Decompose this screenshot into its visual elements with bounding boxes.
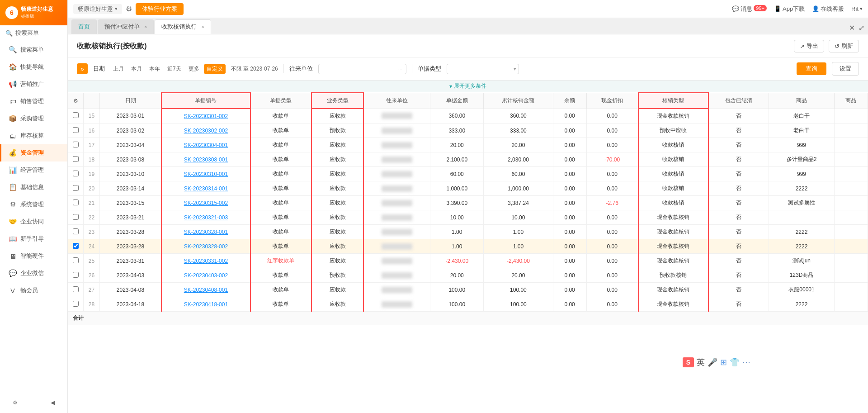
col-gear[interactable]: ⚙ (68, 93, 84, 109)
cell-checkbox[interactable] (68, 152, 84, 167)
cell-checkbox[interactable] (68, 225, 84, 239)
voucher-link[interactable]: SK-20230310-001 (184, 171, 228, 177)
sidebar-item-enterprise[interactable]: 🤝企业协同 (0, 213, 67, 230)
collection-tab-close[interactable]: × (201, 24, 204, 29)
sidebar-item-purchase[interactable]: 📦采购管理 (0, 110, 67, 127)
tab-pending[interactable]: 预付冲应付单 × (98, 19, 154, 34)
breadcrumb[interactable]: 畅康道好生意 ▾ (73, 4, 122, 14)
table-row[interactable]: 21 2023-03-15 SK-20230315-002 收款单 应收款 ██… (68, 196, 868, 210)
filter-toggle-btn[interactable]: » (77, 63, 88, 74)
close-icon[interactable]: ✕ (849, 24, 855, 32)
cell-checkbox[interactable] (68, 210, 84, 225)
cell-checkbox[interactable] (68, 196, 84, 210)
this-year-btn[interactable]: 本年 (146, 64, 163, 74)
voucher-link[interactable]: SK-20230321-003 (184, 214, 228, 221)
table-row[interactable]: 20 2023-03-14 SK-20230314-001 收款单 应收款 ██… (68, 181, 868, 196)
sidebar-item-quicknav[interactable]: 🏠快捷导航 (0, 58, 67, 76)
sidebar-item-operation[interactable]: 📊经营管理 (0, 161, 67, 179)
cell-checkbox[interactable] (68, 167, 84, 181)
user-info[interactable]: Rit ▾ (851, 5, 863, 12)
table-row[interactable]: 23 2023-03-28 SK-20230328-001 收款单 应收款 ██… (68, 225, 868, 239)
table-row[interactable]: 24 2023-03-28 SK-20230328-002 收款单 应收款 ██… (68, 239, 868, 254)
sidebar-item-finance[interactable]: 💰资金管理 (0, 144, 67, 161)
row-checkbox[interactable] (73, 228, 79, 234)
pending-tab-close[interactable]: × (144, 24, 147, 29)
message-btn[interactable]: 💬 消息 99+ (732, 5, 767, 13)
sidebar-item-basic[interactable]: 📋基础信息 (0, 179, 67, 196)
counterparty-input-wrap[interactable]: ··· (318, 64, 406, 74)
tab-collection[interactable]: 收款核销执行 × (155, 19, 211, 34)
cell-checkbox[interactable] (68, 283, 84, 297)
cell-checkbox[interactable] (68, 109, 84, 123)
table-row[interactable]: 19 2023-03-10 SK-20230310-001 收款单 应收款 ██… (68, 167, 868, 181)
table-row[interactable]: 25 2023-03-31 SK-20230331-002 红字收款单 应收款 … (68, 254, 868, 268)
refresh-btn[interactable]: ↺ 刷新 (829, 40, 859, 52)
row-checkbox[interactable] (73, 272, 79, 278)
row-checkbox[interactable] (73, 127, 79, 133)
voucher-link[interactable]: SK-20230328-001 (184, 229, 228, 235)
industry-solution-btn[interactable]: 体验行业方案 (136, 3, 184, 15)
row-checkbox[interactable] (73, 243, 79, 249)
voucher-link[interactable]: SK-20230304-001 (184, 142, 228, 148)
sidebar-item-inventory[interactable]: 🗂库存核算 (0, 127, 67, 144)
counterparty-input[interactable] (322, 66, 398, 72)
sidebar-item-guide[interactable]: 📖新手引导 (0, 230, 67, 247)
voucher-link[interactable]: SK-20230314-001 (184, 185, 228, 192)
table-row[interactable]: 27 2023-04-08 SK-20230408-001 收款单 应收款 ██… (68, 283, 868, 297)
last-month-btn[interactable]: 上月 (110, 64, 127, 74)
tab-home[interactable]: 首页 (71, 19, 97, 34)
row-checkbox[interactable] (73, 185, 79, 191)
table-row[interactable]: 28 2023-04-18 SK-20230418-001 收款单 应收款 ██… (68, 297, 868, 312)
cell-checkbox[interactable] (68, 297, 84, 312)
voucher-type-select[interactable] (447, 64, 519, 74)
sidebar-item-marketing[interactable]: 📢营销推广 (0, 76, 67, 93)
voucher-link[interactable]: SK-20230408-001 (184, 287, 228, 293)
app-download-btn[interactable]: 📱 App下载 (774, 5, 805, 13)
table-row[interactable]: 17 2023-03-04 SK-20230304-001 收款单 应收款 ██… (68, 138, 868, 152)
export-btn[interactable]: ↗ 导出 (794, 40, 824, 52)
last-7-days-btn[interactable]: 近7天 (165, 64, 184, 74)
maximize-icon[interactable]: ⤢ (859, 24, 864, 32)
settings-btn[interactable]: 设置 (832, 62, 859, 76)
voucher-link[interactable]: SK-20230308-001 (184, 157, 228, 163)
cell-checkbox[interactable] (68, 268, 84, 283)
row-checkbox[interactable] (73, 112, 79, 118)
row-checkbox[interactable] (73, 156, 79, 162)
row-checkbox[interactable] (73, 171, 79, 176)
row-checkbox[interactable] (73, 199, 79, 205)
voucher-link[interactable]: SK-20230315-002 (184, 200, 228, 206)
table-row[interactable]: 15 2023-03-01 SK-20230301-002 收款单 应收款 ██… (68, 109, 868, 123)
query-btn[interactable]: 查询 (797, 62, 826, 75)
custom-date-btn[interactable]: 自定义 (204, 64, 226, 74)
voucher-link[interactable]: SK-20230302-002 (184, 128, 228, 134)
cell-checkbox[interactable] (68, 181, 84, 196)
voucher-link[interactable]: SK-20230418-001 (184, 301, 228, 308)
more-date-btn[interactable]: 更多 (186, 64, 202, 74)
sidebar-item-search[interactable]: 🔍搜索菜单 (0, 41, 67, 58)
row-checkbox[interactable] (73, 142, 79, 147)
sidebar-collapse-btn[interactable]: ◀ (43, 396, 62, 409)
table-row[interactable]: 16 2023-03-02 SK-20230302-002 收款单 预收款 ██… (68, 123, 868, 138)
row-checkbox[interactable] (73, 286, 79, 292)
cell-checkbox[interactable] (68, 138, 84, 152)
cell-checkbox[interactable] (68, 254, 84, 268)
voucher-link[interactable]: SK-20230328-002 (184, 243, 228, 250)
sidebar-item-hardware[interactable]: 🖥智能硬件 (0, 247, 67, 265)
voucher-link[interactable]: SK-20230331-002 (184, 258, 228, 264)
sidebar-search[interactable]: 🔍 搜索菜单 (0, 25, 67, 41)
table-row[interactable]: 26 2023-04-03 SK-20230403-002 收款单 预收款 ██… (68, 268, 868, 283)
sidebar-item-member[interactable]: V畅会员 (0, 282, 67, 299)
voucher-link[interactable]: SK-20230403-002 (184, 272, 228, 279)
cell-checkbox[interactable] (68, 239, 84, 254)
online-service-btn[interactable]: 👤 在线客服 (812, 5, 844, 13)
row-checkbox[interactable] (73, 257, 79, 263)
sidebar-item-sales[interactable]: 🏷销售管理 (0, 93, 67, 110)
topbar-gear-icon[interactable]: ⚙ (126, 5, 132, 13)
expand-more-conditions[interactable]: ▾ 展开更多条件 (68, 81, 868, 92)
cell-checkbox[interactable] (68, 123, 84, 138)
table-row[interactable]: 22 2023-03-21 SK-20230321-003 收款单 应收款 ██… (68, 210, 868, 225)
this-month-btn[interactable]: 本月 (128, 64, 145, 74)
row-checkbox[interactable] (73, 301, 79, 307)
sidebar-item-wechat[interactable]: 💬企业微信 (0, 265, 67, 282)
sidebar-settings-btn[interactable]: ⚙ (5, 396, 25, 409)
